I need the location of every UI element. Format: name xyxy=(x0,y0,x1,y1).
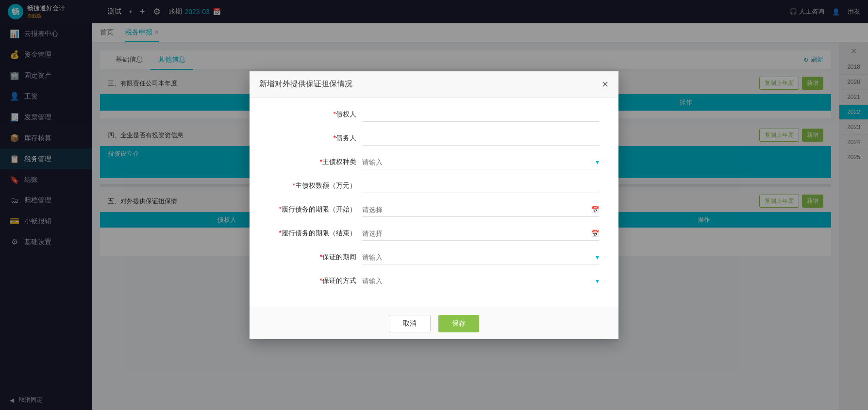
form-row-period-start: *履行债务的期限（开始） 📅 xyxy=(269,203,599,217)
form-row-claim-amount: *主债权数额（万元） xyxy=(269,179,599,193)
label-guarantee-method: *保证的方式 xyxy=(269,277,356,285)
form-row-period-end: *履行债务的期限（结束） 📅 xyxy=(269,227,599,241)
modal-dialog: 新增对外提供保证担保情况 ✕ *债权人 *债务人 *主债权种类 xyxy=(250,71,618,339)
date-wrap-period-end: 📅 xyxy=(362,227,599,241)
form-row-guarantee-method: *保证的方式 ▾ xyxy=(269,274,599,288)
form-row-guarantee-period: *保证的期间 ▾ xyxy=(269,250,599,264)
modal-footer: 取消 保存 xyxy=(250,308,618,339)
select-wrap-claim-type: ▾ xyxy=(362,155,599,169)
dropdown-arrow-claim-type[interactable]: ▾ xyxy=(596,158,599,166)
modal-header: 新增对外提供保证担保情况 ✕ xyxy=(250,71,618,98)
datepicker-period-start[interactable] xyxy=(362,203,591,216)
input-debtor[interactable] xyxy=(362,131,599,146)
input-claim-amount[interactable] xyxy=(362,179,599,193)
label-period-start: *履行债务的期限（开始） xyxy=(269,205,356,214)
form-row-debtor: *债务人 xyxy=(269,131,599,146)
input-creditor[interactable] xyxy=(362,108,599,122)
label-guarantee-period: *保证的期间 xyxy=(269,253,356,262)
dropdown-arrow-guarantee-period[interactable]: ▾ xyxy=(596,253,599,261)
label-debtor: *债务人 xyxy=(269,134,356,143)
modal-close-button[interactable]: ✕ xyxy=(601,79,609,90)
modal-overlay[interactable]: 新增对外提供保证担保情况 ✕ *债权人 *债务人 *主债权种类 xyxy=(0,0,868,410)
datepicker-period-end[interactable] xyxy=(362,227,591,240)
label-creditor: *债权人 xyxy=(269,110,356,119)
select-guarantee-method[interactable] xyxy=(362,274,596,288)
cancel-button[interactable]: 取消 xyxy=(389,315,431,332)
date-wrap-period-start: 📅 xyxy=(362,203,599,217)
label-claim-amount: *主债权数额（万元） xyxy=(269,181,356,190)
modal-body: *债权人 *债务人 *主债权种类 ▾ xyxy=(250,98,618,308)
dropdown-arrow-guarantee-method[interactable]: ▾ xyxy=(596,277,599,285)
label-claim-type: *主债权种类 xyxy=(269,158,356,166)
select-wrap-guarantee-method: ▾ xyxy=(362,274,599,288)
calendar-icon-start[interactable]: 📅 xyxy=(591,206,599,213)
form-row-creditor: *债权人 xyxy=(269,108,599,122)
save-button[interactable]: 保存 xyxy=(438,315,479,332)
form-row-claim-type: *主债权种类 ▾ xyxy=(269,155,599,169)
select-claim-type[interactable] xyxy=(362,155,596,169)
select-guarantee-period[interactable] xyxy=(362,250,596,264)
select-wrap-guarantee-period: ▾ xyxy=(362,250,599,264)
label-period-end: *履行债务的期限（结束） xyxy=(269,229,356,238)
calendar-icon-end[interactable]: 📅 xyxy=(591,230,599,237)
modal-title: 新增对外提供保证担保情况 xyxy=(259,79,352,89)
